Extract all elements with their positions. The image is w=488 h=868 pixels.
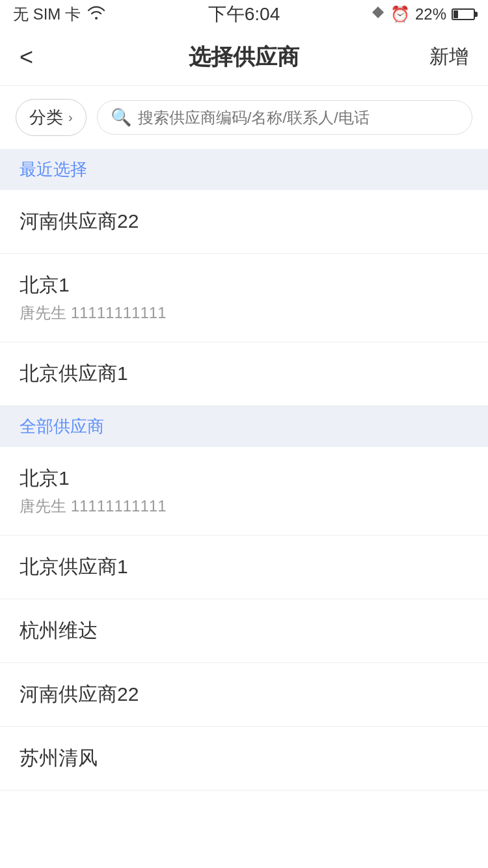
all-list-item[interactable]: 河南供应商22 [0, 663, 488, 727]
location-icon [371, 5, 385, 23]
nav-bar: < 选择供应商 新增 [0, 29, 488, 86]
chevron-right-icon: › [68, 110, 73, 125]
battery-icon [452, 8, 475, 20]
recent-list-item[interactable]: 北京1唐先生 11111111111 [0, 254, 488, 342]
search-input[interactable] [138, 109, 459, 127]
item-name: 北京供应商1 [20, 360, 468, 387]
item-name: 北京供应商1 [20, 554, 468, 580]
all-section-header: 全部供应商 [0, 406, 488, 447]
filter-bar: 分类 › 🔍 [0, 86, 488, 149]
search-bar: 🔍 [97, 100, 472, 135]
all-list-item[interactable]: 北京1唐先生 11111111111 [0, 447, 488, 536]
item-sub: 唐先生 11111111111 [20, 496, 468, 517]
category-label: 分类 [29, 106, 63, 129]
recent-list-item[interactable]: 北京供应商1 [0, 342, 488, 406]
all-list-item[interactable]: 苏州清风 [0, 727, 488, 791]
status-bar: 无 SIM 卡 下午6:04 ⏰ 22% [0, 0, 488, 29]
item-name: 杭州维达 [20, 617, 468, 644]
item-name: 河南供应商22 [20, 681, 468, 708]
all-list-item[interactable]: 杭州维达 [0, 599, 488, 663]
sim-label: 无 SIM 卡 [13, 4, 81, 25]
page-title: 选择供应商 [189, 42, 299, 72]
recent-section-header: 最近选择 [0, 149, 488, 190]
category-button[interactable]: 分类 › [16, 99, 87, 136]
back-button[interactable]: < [20, 44, 59, 71]
status-time: 下午6:04 [208, 2, 280, 27]
battery-label: 22% [415, 5, 446, 23]
item-name: 河南供应商22 [20, 208, 468, 235]
recent-section-label: 最近选择 [20, 159, 87, 179]
all-section-label: 全部供应商 [20, 416, 104, 436]
alarm-icon: ⏰ [390, 5, 410, 23]
status-left: 无 SIM 卡 [13, 4, 105, 25]
all-list-item[interactable]: 北京供应商1 [0, 536, 488, 599]
item-sub: 唐先生 11111111111 [20, 303, 468, 323]
recent-items-list: 河南供应商22北京1唐先生 11111111111北京供应商1 [0, 190, 488, 406]
item-name: 北京1 [20, 465, 468, 492]
search-icon: 🔍 [111, 107, 131, 128]
add-button[interactable]: 新增 [429, 44, 468, 70]
item-name: 苏州清风 [20, 745, 468, 772]
recent-list-item[interactable]: 河南供应商22 [0, 190, 488, 254]
item-name: 北京1 [20, 272, 468, 299]
wifi-icon [87, 5, 105, 23]
all-items-list: 北京1唐先生 11111111111北京供应商1杭州维达河南供应商22苏州清风 [0, 447, 488, 791]
status-right: ⏰ 22% [371, 5, 475, 23]
